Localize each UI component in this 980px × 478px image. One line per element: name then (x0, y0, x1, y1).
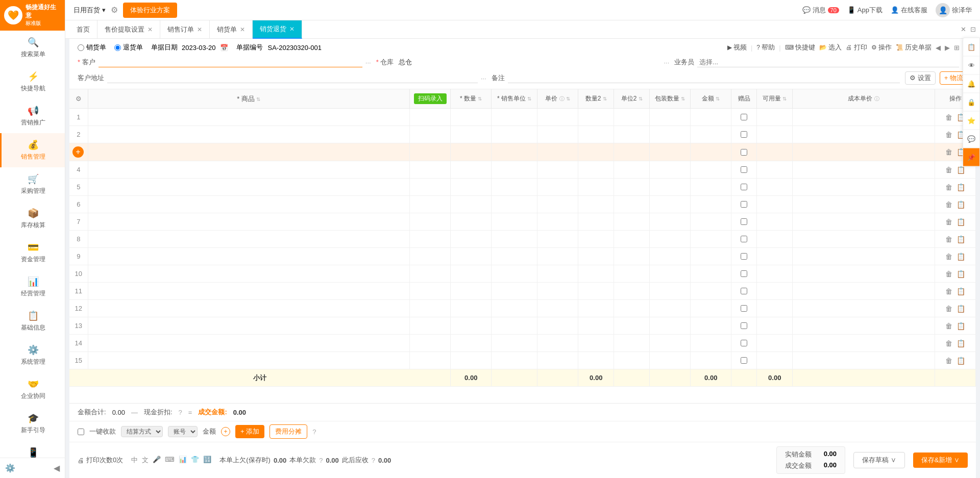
copy-icon[interactable]: 📋 (957, 357, 965, 365)
product-cell[interactable] (88, 196, 410, 213)
sidebar-item-inventory[interactable]: 📦 库存核算 (0, 202, 65, 236)
radio-return[interactable]: 退货单 (114, 43, 143, 52)
sale-unit-cell[interactable] (492, 161, 537, 179)
unit2-cell[interactable] (614, 248, 650, 265)
pack-qty-cell[interactable] (650, 300, 691, 317)
delete-icon[interactable]: 🗑 (945, 322, 952, 330)
product-cell[interactable] (88, 248, 410, 265)
amount-cell[interactable] (691, 231, 731, 248)
video-btn[interactable]: ▶ 视频 (727, 43, 747, 52)
gift-cell[interactable] (731, 317, 757, 335)
cost-price-cell[interactable] (793, 179, 935, 196)
amount-cell[interactable] (691, 248, 731, 265)
unit2-cell[interactable] (614, 161, 650, 179)
unit2-cell[interactable] (614, 231, 650, 248)
copy-icon[interactable]: 📋 (957, 305, 965, 313)
pack-qty-cell[interactable] (650, 335, 691, 352)
cost-price-cell[interactable] (793, 109, 935, 126)
sale-unit-cell[interactable] (492, 265, 537, 283)
delete-icon[interactable]: 🗑 (945, 200, 952, 209)
add-button[interactable]: + 添加 (235, 425, 264, 438)
copy-icon[interactable]: 📋 (957, 200, 965, 209)
copy-icon[interactable]: 📋 (957, 235, 965, 243)
qty2-cell[interactable] (578, 126, 614, 143)
maximize-icon[interactable]: ⊡ (970, 26, 976, 33)
plus-icon[interactable]: + (221, 427, 230, 436)
user-menu[interactable]: 👤 徐泽华 (936, 3, 972, 17)
grid-view-icon[interactable]: ⊞ (954, 44, 960, 52)
right-icon-table[interactable]: 📋 (963, 38, 979, 57)
delete-icon[interactable]: 🗑 (945, 235, 952, 243)
qty-cell[interactable] (451, 143, 492, 161)
print-btn[interactable]: 🖨 打印 (846, 43, 867, 52)
qty2-cell[interactable] (578, 231, 614, 248)
gift-cell[interactable] (731, 196, 757, 213)
delete-icon[interactable]: 🗑 (945, 113, 952, 121)
qty2-cell[interactable] (578, 196, 614, 213)
sidebar-item-finance[interactable]: 💳 资金管理 (0, 236, 65, 270)
delete-icon[interactable]: 🗑 (945, 131, 952, 139)
qty2-cell[interactable] (578, 335, 614, 352)
pack-qty-cell[interactable] (650, 231, 691, 248)
qty2-cell[interactable] (578, 283, 614, 300)
radio-sale-goods-input[interactable] (78, 44, 84, 51)
product-cell[interactable] (88, 335, 410, 352)
copy-icon[interactable]: 📋 (957, 339, 965, 347)
amount-cell[interactable] (691, 213, 731, 231)
notes-input[interactable] (508, 73, 900, 83)
settings-button[interactable]: ⚙️ (5, 463, 15, 473)
amount-cell[interactable] (691, 161, 731, 179)
unit-price-cell[interactable] (537, 143, 578, 161)
gift-cell[interactable] (731, 352, 757, 369)
sale-unit-cell[interactable] (492, 126, 537, 143)
sale-unit-cell[interactable] (492, 335, 537, 352)
unit2-cell[interactable] (614, 126, 650, 143)
right-icon-star[interactable]: ⭐ (963, 112, 979, 130)
sale-unit-cell[interactable] (492, 300, 537, 317)
qty-cell[interactable] (451, 352, 492, 369)
gift-cell[interactable] (731, 143, 757, 161)
right-icon-active[interactable]: 📌 (963, 148, 979, 166)
pack-qty-cell[interactable] (650, 109, 691, 126)
cost-price-cell[interactable] (793, 283, 935, 300)
account-select[interactable]: 账号 (168, 426, 198, 437)
gift-cell[interactable] (731, 335, 757, 352)
salesperson-input[interactable] (697, 57, 959, 67)
tool-1[interactable]: 中 (131, 456, 138, 465)
amount-cell[interactable] (691, 317, 731, 335)
cost-price-cell[interactable] (793, 213, 935, 231)
qty-cell[interactable] (451, 161, 492, 179)
delete-icon[interactable]: 🗑 (945, 270, 952, 278)
delete-icon[interactable]: 🗑 (945, 305, 952, 313)
split-button[interactable]: 费用分摊 (270, 424, 307, 439)
pack-qty-cell[interactable] (650, 213, 691, 231)
pack-qty-cell[interactable] (650, 179, 691, 196)
pack-qty-cell[interactable] (650, 161, 691, 179)
gift-checkbox[interactable] (741, 184, 747, 190)
cost-price-cell[interactable] (793, 161, 935, 179)
topbar-gear-icon[interactable]: ⚙ (111, 5, 118, 15)
amount-cell[interactable] (691, 179, 731, 196)
gift-checkbox[interactable] (741, 322, 747, 329)
available-cell[interactable] (757, 352, 793, 369)
product-cell[interactable] (88, 300, 410, 317)
sale-unit-cell[interactable] (492, 143, 537, 161)
cost-price-cell[interactable] (793, 231, 935, 248)
available-cell[interactable] (757, 143, 793, 161)
available-cell[interactable] (757, 161, 793, 179)
available-cell[interactable] (757, 283, 793, 300)
available-cell[interactable] (757, 335, 793, 352)
shortcut-btn[interactable]: ⌨ 快捷键 (785, 43, 815, 52)
pack-qty-cell[interactable] (650, 143, 691, 161)
available-cell[interactable] (757, 248, 793, 265)
cost-price-cell[interactable] (793, 352, 935, 369)
unit-price-cell[interactable] (537, 300, 578, 317)
gift-checkbox[interactable] (741, 253, 747, 260)
delete-icon[interactable]: 🗑 (945, 357, 952, 365)
amount-cell[interactable] (691, 300, 731, 317)
delete-icon[interactable]: 🗑 (945, 287, 952, 295)
product-input[interactable] (91, 148, 407, 156)
gift-checkbox[interactable] (741, 340, 747, 346)
cost-price-cell[interactable] (793, 265, 935, 283)
tab-sale-return[interactable]: 销货退货 ✕ (253, 20, 302, 39)
